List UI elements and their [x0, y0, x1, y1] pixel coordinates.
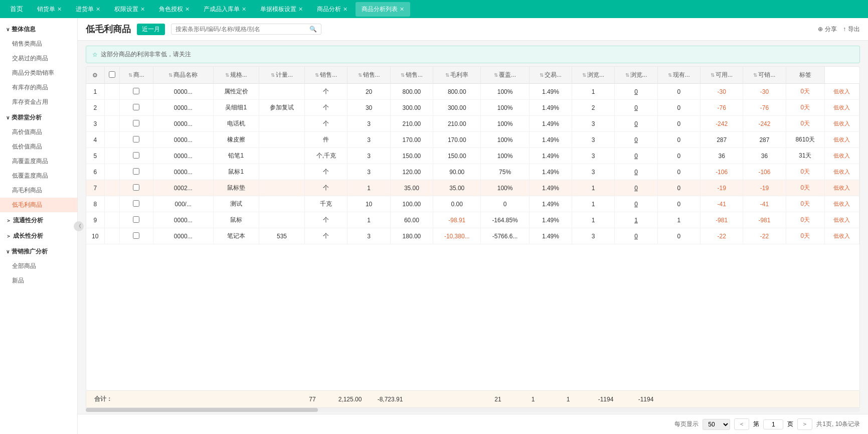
row-browse1[interactable]: 0	[615, 116, 657, 132]
col-transaction[interactable]: ⇅交易...	[529, 67, 572, 84]
row-checkbox-input[interactable]	[133, 88, 139, 94]
close-product-entry-icon[interactable]: ✕	[242, 6, 246, 12]
row-browse1[interactable]: 0	[615, 228, 657, 244]
row-checkbox-input[interactable]	[133, 168, 139, 175]
row-checkbox[interactable]	[119, 148, 153, 164]
col-settings[interactable]: ⚙	[86, 67, 104, 84]
export-btn[interactable]: ↑ 导出	[843, 25, 860, 34]
col-sales-profit[interactable]: ⇅销售...	[390, 67, 433, 84]
row-checkbox-input[interactable]	[133, 200, 139, 207]
col-tag[interactable]: 标签	[786, 67, 824, 84]
nav-goods-analysis-list[interactable]: 商品分析列表✕	[356, 2, 410, 17]
page-num-input[interactable]	[763, 419, 783, 429]
search-input[interactable]	[176, 26, 307, 33]
col-checkbox[interactable]	[104, 67, 119, 84]
filter-period-btn[interactable]: 近一月	[137, 24, 165, 35]
next-page-btn[interactable]: ＞	[797, 418, 812, 430]
page-size-select[interactable]: 50 20 100	[703, 419, 730, 430]
col-available[interactable]: ⇅可用...	[700, 67, 743, 84]
sidebar-group-cluster-title[interactable]: ∨ 类群堂分析	[0, 110, 77, 125]
nav-home[interactable]: 首页	[4, 2, 29, 17]
sidebar-item-traded-goods[interactable]: 交易过的商品	[0, 51, 77, 66]
row-checkbox[interactable]	[119, 180, 153, 196]
row-num: 1	[86, 84, 104, 100]
close-sales-icon[interactable]: ✕	[57, 6, 62, 12]
table-container[interactable]: ⚙ ⇅商... ⇅商品名称 ⇅规格... ⇅计量... ⇅销售... ⇅销售..…	[86, 66, 860, 391]
row-checkbox-input[interactable]	[133, 232, 139, 239]
sidebar-item-new-goods[interactable]: 新品	[0, 273, 77, 288]
horizontal-scrollbar[interactable]	[86, 408, 860, 412]
nav-template[interactable]: 单据模板设置✕	[254, 2, 309, 17]
sidebar-item-all-goods[interactable]: 全部商品	[0, 259, 77, 273]
col-spec[interactable]: ⇅规格...	[213, 67, 259, 84]
close-purchase-icon[interactable]: ✕	[96, 6, 100, 12]
sidebar-group-overall-title[interactable]: ∨ 整体信息	[0, 22, 77, 37]
row-browse1[interactable]: 0	[615, 100, 657, 116]
nav-permission[interactable]: 权限设置✕	[108, 2, 151, 17]
sidebar-item-high-value[interactable]: 高价值商品	[0, 125, 77, 139]
row-checkbox-input[interactable]	[133, 120, 139, 126]
nav-purchase[interactable]: 进货单✕	[70, 2, 106, 17]
col-code[interactable]: ⇅商...	[119, 67, 153, 84]
close-role-icon[interactable]: ✕	[185, 6, 190, 12]
row-checkbox[interactable]	[119, 116, 153, 132]
nav-product-entry[interactable]: 产成品入库单✕	[198, 2, 252, 17]
sidebar-item-category-rate[interactable]: 商品分类助销率	[0, 66, 77, 80]
row-checkbox[interactable]	[119, 212, 153, 228]
col-sellable[interactable]: ⇅可销...	[743, 67, 786, 84]
col-sales-count[interactable]: ⇅销售...	[305, 67, 348, 84]
close-template-icon[interactable]: ✕	[298, 6, 303, 12]
row-checkbox-input[interactable]	[133, 152, 139, 159]
row-checkbox[interactable]	[119, 100, 153, 116]
col-coverage[interactable]: ⇅覆盖...	[481, 67, 529, 84]
nav-goods-analysis[interactable]: 商品分析✕	[311, 2, 354, 17]
row-checkbox[interactable]	[119, 132, 153, 148]
row-browse1[interactable]: 0	[615, 164, 657, 180]
sidebar-item-sales-goods[interactable]: 销售类商品	[0, 37, 77, 51]
share-btn[interactable]: ⊕ 分享	[818, 25, 837, 34]
sidebar-toggle-btn[interactable]: 《	[74, 221, 84, 231]
sidebar-group-circulation-title[interactable]: ＞ 流通性分析	[0, 213, 77, 228]
row-checkbox-input[interactable]	[133, 216, 139, 223]
row-checkbox[interactable]	[119, 196, 153, 212]
sidebar-item-high-coverage[interactable]: 高覆盖度商品	[0, 154, 77, 169]
row-gross-margin: 0	[481, 196, 529, 212]
sidebar-item-stock-goods[interactable]: 有库存的商品	[0, 80, 77, 95]
nav-sales[interactable]: 销货单✕	[31, 2, 68, 17]
row-checkbox[interactable]	[119, 228, 153, 244]
close-goods-analysis-list-icon[interactable]: ✕	[400, 6, 404, 12]
row-code: 0000...	[153, 100, 213, 116]
row-checkbox-input[interactable]	[133, 136, 139, 142]
col-browse2[interactable]: ⇅浏览...	[615, 67, 657, 84]
nav-role[interactable]: 角色授权✕	[153, 2, 196, 17]
sidebar-group-growth-title[interactable]: ＞ 成长性分析	[0, 229, 77, 243]
col-gross-margin[interactable]: ⇅毛利率	[433, 67, 481, 84]
row-checkbox[interactable]	[119, 164, 153, 180]
row-browse1[interactable]: 0	[615, 180, 657, 196]
row-browse1[interactable]: 0	[615, 84, 657, 100]
scrollbar-thumb[interactable]	[86, 408, 318, 412]
select-all-checkbox[interactable]	[109, 71, 115, 78]
row-checkbox-input[interactable]	[133, 184, 139, 191]
col-unit[interactable]: ⇅计量...	[259, 67, 304, 84]
prev-page-btn[interactable]: ＜	[734, 418, 749, 430]
sidebar-item-low-margin[interactable]: 低毛利商品	[0, 198, 77, 212]
close-permission-icon[interactable]: ✕	[140, 6, 145, 12]
close-goods-analysis-icon[interactable]: ✕	[343, 6, 348, 12]
row-browse1[interactable]: 0	[615, 148, 657, 164]
col-current[interactable]: ⇅现有...	[657, 67, 700, 84]
row-checkbox[interactable]	[119, 84, 153, 100]
row-browse1[interactable]: 0	[615, 132, 657, 148]
col-name[interactable]: ⇅商品名称	[153, 67, 213, 84]
col-sales-amount[interactable]: ⇅销售...	[348, 67, 390, 84]
row-browse1[interactable]: 1	[615, 212, 657, 228]
row-browse1[interactable]: 0	[615, 196, 657, 212]
sidebar-group-marketing-title[interactable]: ∨ 营销推广分析	[0, 244, 77, 259]
col-browse1[interactable]: ⇅浏览...	[572, 67, 615, 84]
sidebar-item-stock-funds[interactable]: 库存资金占用	[0, 95, 77, 109]
search-icon[interactable]: 🔍	[309, 26, 317, 33]
sidebar-item-low-coverage[interactable]: 低覆盖度商品	[0, 169, 77, 183]
sidebar-item-low-value[interactable]: 低价值商品	[0, 139, 77, 154]
sidebar-item-high-margin[interactable]: 高毛利商品	[0, 183, 77, 198]
row-checkbox-input[interactable]	[133, 104, 139, 110]
